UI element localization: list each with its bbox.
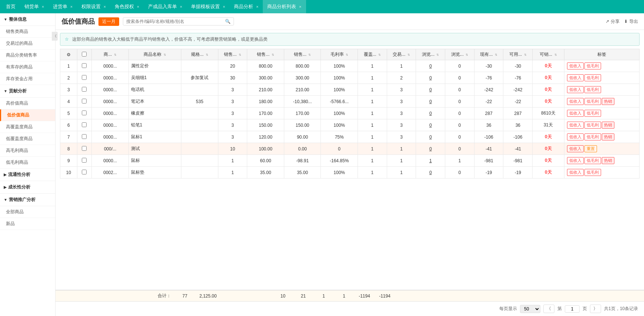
share-button[interactable]: ↗ 分享 [606, 18, 620, 25]
nav-template[interactable]: 单据模板设置 × [187, 0, 229, 13]
row-checkbox-input[interactable] [82, 146, 87, 151]
close-icon[interactable]: × [180, 4, 182, 9]
nav-productinstock[interactable]: 产成品入库单 × [144, 0, 187, 13]
nav-goods-analysis-list[interactable]: 商品分析列表 × [263, 0, 306, 13]
page-title: 低价值商品 [61, 17, 95, 26]
row-checkbox-input[interactable] [82, 134, 87, 139]
nav-purchase[interactable]: 进货单 × [48, 0, 77, 13]
close-icon[interactable]: × [256, 4, 258, 9]
row-checkbox[interactable] [77, 119, 92, 131]
row-checkbox-input[interactable] [82, 63, 87, 68]
browse1-value[interactable]: 0 [429, 87, 432, 92]
sidebar-item-low-gross[interactable]: 低毛利商品 [0, 157, 55, 169]
row-s1: 20 [218, 60, 247, 72]
close-icon[interactable]: × [104, 4, 106, 9]
sidebar-item-stock-goods[interactable]: 有库存的商品 [0, 61, 55, 73]
row-checkbox[interactable] [77, 108, 92, 119]
row-sellable: 0天 [533, 155, 564, 167]
nav-goods-analysis[interactable]: 商品分析 × [229, 0, 263, 13]
row-checkbox[interactable] [77, 60, 92, 72]
next-page-button[interactable]: 〉 [590, 305, 601, 313]
browse1-value[interactable]: 0 [429, 75, 432, 81]
row-browse1[interactable]: 0 [416, 167, 445, 179]
row-checkbox[interactable] [77, 131, 92, 143]
sidebar-item-low-value[interactable]: 低价值商品 [0, 109, 55, 121]
row-checkbox[interactable] [77, 96, 92, 108]
browse1-value[interactable]: 0 [429, 135, 432, 140]
browse1-value[interactable]: 0 [429, 111, 432, 116]
close-icon[interactable]: × [223, 4, 225, 9]
row-s2: 100.00 [247, 143, 284, 155]
sidebar-group-marketing[interactable]: ▼ 营销推广分析 [0, 194, 55, 206]
sidebar-item-high-gross[interactable]: 高毛利商品 [0, 145, 55, 157]
row-browse1[interactable]: 0 [416, 84, 445, 96]
col-checkbox[interactable] [77, 49, 92, 60]
col-sellable: 可销... ⇅ [533, 49, 564, 60]
select-all-checkbox[interactable] [82, 52, 87, 57]
sidebar-item-sales-goods[interactable]: 销售类商品 [0, 26, 55, 38]
sidebar-group-overall[interactable]: ▼ 整体信息 [0, 13, 55, 26]
row-browse1[interactable]: 0 [416, 131, 445, 143]
nav-roleauth[interactable]: 角色授权 × [110, 0, 144, 13]
row-checkbox-input[interactable] [82, 75, 87, 80]
row-browse1[interactable]: 0 [416, 60, 445, 72]
page-size-select[interactable]: 50 100 200 [520, 305, 540, 313]
browse1-value[interactable]: 0 [429, 146, 432, 152]
sidebar-item-all-goods[interactable]: 全部商品 [0, 206, 55, 218]
search-icon[interactable]: 🔍 [225, 19, 231, 24]
browse1-value[interactable]: 0 [429, 170, 432, 175]
tag-label: 低收入 [567, 169, 584, 176]
close-icon[interactable]: × [137, 4, 139, 9]
row-checkbox[interactable] [77, 84, 92, 96]
sidebar-item-new-goods[interactable]: 新品 [0, 218, 55, 230]
filter-recent-month-button[interactable]: 近一月 [98, 17, 119, 26]
sidebar-item-stock-capital[interactable]: 库存资金占用 [0, 73, 55, 85]
close-icon[interactable]: × [299, 4, 301, 9]
sidebar-collapse-button[interactable]: 《 [52, 32, 58, 41]
col-transactions: 交易... ⇅ [387, 49, 416, 60]
row-browse1[interactable]: 0 [416, 143, 445, 155]
sidebar-item-low-coverage[interactable]: 低覆盖度商品 [0, 133, 55, 145]
sidebar-item-high-coverage[interactable]: 高覆盖度商品 [0, 121, 55, 133]
row-spec [181, 60, 218, 72]
sidebar-item-category-rate[interactable]: 商品分类销售率 [0, 50, 55, 61]
sidebar-item-traded-goods[interactable]: 交易过的商品 [0, 38, 55, 50]
search-input[interactable] [126, 19, 224, 24]
row-checkbox[interactable] [77, 167, 92, 179]
browse1-value[interactable]: 0 [429, 123, 432, 128]
browse1-value[interactable]: 0 [429, 99, 432, 104]
export-button[interactable]: ⬇ 导出 [624, 18, 638, 25]
row-checkbox[interactable] [77, 155, 92, 167]
row-checkbox-input[interactable] [82, 111, 87, 115]
page-number-input[interactable] [565, 305, 580, 313]
browse1-value[interactable]: 1 [429, 158, 432, 163]
close-icon[interactable]: × [70, 4, 73, 9]
nav-permission[interactable]: 权限设置 × [77, 0, 110, 13]
row-browse1[interactable]: 0 [416, 119, 445, 131]
row-browse1[interactable]: 1 [416, 155, 445, 167]
row-checkbox-input[interactable] [82, 158, 87, 163]
nav-sales[interactable]: 销货单 × [20, 0, 48, 13]
row-checkbox[interactable] [77, 72, 92, 84]
row-checkbox-input[interactable] [82, 87, 87, 92]
col-settings[interactable]: ⚙ [60, 49, 77, 60]
chevron-right-icon: ▶ [4, 185, 7, 189]
row-checkbox-input[interactable] [82, 122, 87, 127]
row-browse1[interactable]: 0 [416, 96, 445, 108]
row-browse1[interactable]: 0 [416, 72, 445, 84]
row-browse2: 1 [445, 155, 474, 167]
sidebar-group-circulation[interactable]: ▶ 流通性分析 [0, 169, 55, 181]
sidebar-group-contribution[interactable]: ▼ 贡献分析 [0, 85, 55, 98]
col-sales1: 销售... ⇅ [218, 49, 247, 60]
row-checkbox-input[interactable] [82, 99, 87, 103]
row-checkbox[interactable] [77, 143, 92, 155]
row-checkbox-input[interactable] [82, 170, 87, 174]
close-icon[interactable]: × [42, 4, 44, 9]
sidebar-item-high-value[interactable]: 高价值商品 [0, 98, 55, 109]
row-code: 0000... [92, 84, 129, 96]
browse1-value[interactable]: 0 [429, 64, 432, 69]
first-page-button[interactable]: 〈 [543, 305, 554, 313]
row-browse1[interactable]: 0 [416, 108, 445, 119]
nav-home[interactable]: 首页 [1, 0, 20, 13]
sidebar-group-growth[interactable]: ▶ 成长性分析 [0, 181, 55, 194]
